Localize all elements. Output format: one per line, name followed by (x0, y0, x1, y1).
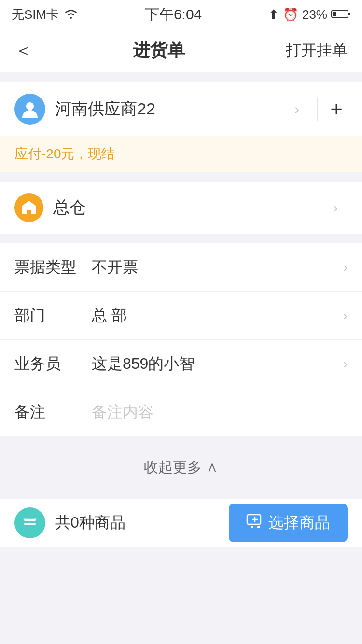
collapse-button[interactable]: 收起更多 ∧ (0, 446, 362, 489)
supplier-name: 河南供应商22 (55, 98, 294, 120)
battery-icon (331, 7, 350, 22)
add-supplier-button[interactable]: + (325, 97, 348, 121)
page-title: 进货单 (133, 39, 185, 62)
status-right: ⬆ ⏰ 23% (268, 7, 350, 22)
product-count-label: 共0种商品 (55, 512, 229, 533)
time-label: 下午6:04 (145, 5, 202, 25)
nav-bar: ＜ 进货单 打开挂单 (0, 29, 362, 72)
notice-text: 应付-20元，现结 (14, 146, 115, 161)
warehouse-chevron-icon: › (333, 199, 338, 216)
warehouse-row[interactable]: 总仓 › (0, 182, 362, 234)
bottom-bar: 共0种商品 选择商品 (0, 499, 362, 547)
remark-input[interactable]: 备注内容 (92, 402, 348, 423)
supplier-divider (317, 97, 318, 121)
wifi-icon (64, 7, 78, 22)
invoice-type-label: 票据类型 (14, 257, 92, 278)
svg-rect-6 (24, 523, 35, 525)
supplier-card: 河南供应商22 › + 应付-20元，现结 (0, 82, 362, 172)
salesperson-row[interactable]: 业务员 这是859的小智 › (0, 340, 362, 388)
page-footer (0, 547, 362, 644)
svg-rect-2 (333, 12, 336, 16)
open-pending-button[interactable]: 打开挂单 (286, 40, 348, 61)
notice-bar: 应付-20元，现结 (0, 136, 362, 172)
invoice-type-chevron-icon: › (343, 260, 348, 275)
back-button[interactable]: ＜ (14, 39, 32, 62)
salesperson-value: 这是859的小智 (92, 353, 343, 375)
form-section: 票据类型 不开票 › 部门 总 部 › 业务员 这是859的小智 › 备注 备注… (0, 243, 362, 436)
svg-point-11 (257, 526, 260, 528)
status-left: 无SIM卡 (12, 6, 78, 23)
department-row[interactable]: 部门 总 部 › (0, 292, 362, 340)
invoice-type-value: 不开票 (92, 257, 343, 278)
supplier-row[interactable]: 河南供应商22 › + (0, 82, 362, 136)
department-label: 部门 (14, 305, 92, 326)
invoice-type-row[interactable]: 票据类型 不开票 › (0, 243, 362, 292)
svg-rect-5 (24, 519, 35, 521)
status-bar: 无SIM卡 下午6:04 ⬆ ⏰ 23% (0, 0, 362, 29)
collapse-label: 收起更多 ∧ (144, 459, 218, 475)
section-gap-1 (0, 72, 362, 82)
supplier-avatar (14, 94, 45, 125)
supplier-chevron-icon: › (294, 101, 299, 117)
battery-label: 23% (302, 7, 327, 22)
alarm-icon: ⏰ (283, 7, 298, 22)
location-icon: ⬆ (268, 7, 279, 22)
select-product-label: 选择商品 (268, 512, 330, 533)
department-chevron-icon: › (343, 308, 348, 323)
salesperson-chevron-icon: › (343, 356, 348, 372)
warehouse-icon (14, 193, 43, 222)
select-product-button[interactable]: 选择商品 (229, 504, 348, 542)
product-icon (14, 507, 45, 538)
remark-label: 备注 (14, 402, 92, 423)
carrier-label: 无SIM卡 (12, 6, 59, 23)
svg-rect-4 (27, 210, 31, 214)
department-value: 总 部 (92, 305, 343, 326)
salesperson-label: 业务员 (14, 353, 92, 375)
remark-row[interactable]: 备注 备注内容 (0, 388, 362, 436)
svg-point-3 (26, 102, 34, 110)
svg-rect-1 (348, 13, 350, 15)
cart-icon (246, 514, 264, 532)
svg-point-10 (251, 526, 253, 528)
warehouse-name: 总仓 (53, 196, 333, 219)
